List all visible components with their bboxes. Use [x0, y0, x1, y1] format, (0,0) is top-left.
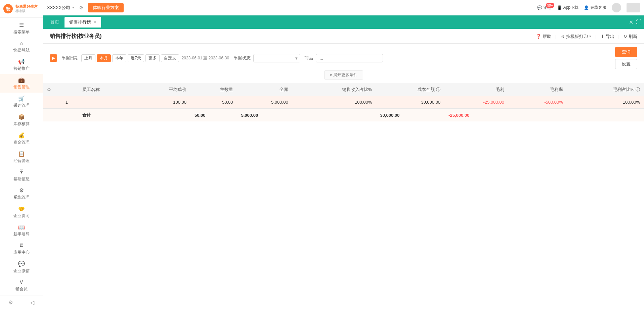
sidebar-icon-4: 🛒 [18, 95, 25, 102]
print-label: 按模板打印 [566, 34, 588, 40]
sidebar-collapse-btn[interactable]: ◁ [30, 299, 34, 306]
sidebar-item-5[interactable]: 📦 库存核算 [0, 111, 43, 130]
footer-settings [43, 108, 55, 121]
footer-gross: -25,000.00 [444, 108, 508, 121]
more-date-btn[interactable]: 更多 [145, 54, 160, 62]
refresh-label: 刷新 [629, 34, 637, 40]
svg-text:畅: 畅 [6, 6, 10, 11]
tab-restore-icon[interactable]: ⛶ [636, 19, 641, 25]
tab-sales-rank-label: 销售排行榜 [69, 19, 91, 25]
sidebar-item-1[interactable]: ⌂ 快捷导航 [0, 38, 43, 56]
app-download-action[interactable]: 📱 App下载 [557, 5, 578, 10]
sidebar-label-12: 应用中心 [13, 250, 30, 255]
page-actions: ❓ 帮助 | 🖨 按模板打印 ▾ | ⬇ 导出 | [536, 34, 637, 40]
help-btn[interactable]: ❓ 帮助 [536, 34, 551, 40]
footer-cost: 30,000.00 [376, 108, 444, 121]
sidebar-icon-0: ☰ [19, 22, 24, 28]
col-sales-pct: 销售收入占比% [292, 83, 376, 96]
company-name: XXXXX公司 [47, 5, 70, 11]
sidebar-label-7: 经营管理 [13, 158, 30, 164]
cell-avg_price: 100.00 [134, 96, 190, 109]
date-filter-group: 单据日期 上月 本月 本年 近7天 更多 自定义 2023-06-01 至 20… [61, 54, 229, 62]
sidebar-item-9[interactable]: ⚙ 系统管理 [0, 185, 43, 203]
sidebar-label-5: 库存核算 [13, 121, 30, 127]
cell-settings [43, 96, 55, 109]
footer-sales-pct [292, 108, 376, 121]
sidebar-item-13[interactable]: 💬 企业微信 [0, 258, 43, 276]
this-month-btn[interactable]: 本月 [97, 54, 111, 62]
print-btn[interactable]: 🖨 按模板打印 ▾ [560, 34, 591, 40]
trial-button[interactable]: 体验行业方案 [88, 3, 124, 12]
last-month-btn[interactable]: 上月 [81, 54, 95, 62]
export-btn[interactable]: ⬇ 导出 [601, 34, 614, 40]
table-body: 1100.0050.005,000.00100.00%30,000.00-25,… [43, 96, 644, 109]
sidebar-item-8[interactable]: 🗄 基础信息 [0, 166, 43, 185]
footer-amount: 5,000.00 [237, 108, 292, 121]
sidebar-item-14[interactable]: V 畅会员 [0, 276, 43, 295]
sidebar-label-13: 企业微信 [13, 268, 30, 274]
status-select[interactable] [253, 54, 300, 62]
sidebar-icon-10: 🤝 [18, 206, 25, 212]
refresh-btn[interactable]: ↻ 刷新 [624, 34, 637, 40]
divider-3: | [618, 34, 619, 39]
online-service-action[interactable]: 👤 在线客服 [584, 5, 606, 10]
date-range-display: 2023-06-01 至 2023-06-30 [182, 55, 229, 61]
sidebar-icon-8: 🗄 [19, 169, 24, 175]
top-bar: XXXXX公司 ▾ ⚙ 体验行业方案 💬 消息 99+ 📱 App下载 👤 在线… [43, 0, 644, 15]
sidebar-item-0[interactable]: ☰ 搜索菜单 [0, 19, 43, 38]
sidebar-item-7[interactable]: 📋 经营管理 [0, 148, 43, 166]
tab-close-icon[interactable]: ✕ [93, 20, 96, 24]
sidebar-item-3[interactable]: 💼 销售管理 [0, 74, 43, 93]
page-title-row: 销售排行榜(按业务员) ❓ 帮助 | 🖨 按模板打印 ▾ | ⬇ [50, 33, 637, 43]
sidebar-label-10: 企业协同 [13, 213, 30, 219]
sidebar-icon-2: 📢 [18, 58, 25, 65]
sidebar-nav: ☰ 搜索菜单⌂ 快捷导航📢 营销推广💼 销售管理🛒 采购管理📦 库存核算💰 资金… [0, 18, 43, 296]
tab-close-window-icon[interactable]: ✕ [629, 19, 633, 25]
sidebar-item-10[interactable]: 🤝 企业协同 [0, 203, 43, 221]
sidebar-item-4[interactable]: 🛒 采购管理 [0, 93, 43, 111]
col-gross-pct: 毛利占比% ⓘ [567, 83, 644, 96]
this-year-btn[interactable]: 本年 [112, 54, 126, 62]
cell-rank: 1 [55, 96, 78, 109]
filter-toggle-btn[interactable]: ▶ [50, 54, 57, 62]
query-button[interactable]: 查询 [615, 47, 637, 57]
logo-sub: 标准版 [15, 9, 38, 13]
message-icon: 💬 [537, 5, 542, 10]
col-rank [55, 83, 78, 96]
set-button[interactable]: 设置 [615, 59, 637, 69]
data-table: ⚙ 员工名称 平均单价 主数量 全额 销售收入占比% 成本全额 ⓘ 毛利 毛利率… [43, 83, 644, 121]
expand-conditions-btn[interactable]: ▾ 展开更多条件 [324, 70, 363, 80]
footer-qty: 50.00 [190, 108, 237, 121]
expand-row: ▾ 展开更多条件 [50, 69, 637, 80]
avatar[interactable] [612, 3, 621, 12]
sidebar-settings-btn[interactable]: ⚙ [8, 299, 13, 306]
help-label: 帮助 [543, 34, 551, 40]
filter-row-1: ▶ 单据日期 上月 本月 本年 近7天 更多 自定义 2023-06-01 至 … [50, 47, 637, 69]
tab-home-label: 首页 [50, 19, 59, 25]
col-qty: 主数量 [190, 83, 237, 96]
main-content: XXXXX公司 ▾ ⚙ 体验行业方案 💬 消息 99+ 📱 App下载 👤 在线… [43, 0, 644, 309]
tab-home[interactable]: 首页 [46, 17, 64, 28]
cell-cost: 30,000.00 [376, 96, 444, 109]
goods-input[interactable] [316, 54, 383, 62]
cell-qty: 50.00 [190, 96, 237, 109]
custom-date-btn[interactable]: 自定义 [161, 54, 179, 62]
goods-filter-group: 商品 [304, 54, 383, 62]
tab-sales-rank[interactable]: 销售排行榜 ✕ [65, 17, 101, 28]
cell-name [78, 96, 134, 109]
last-7-days-btn[interactable]: 近7天 [128, 54, 144, 62]
sidebar-item-11[interactable]: 📖 新手引导 [0, 221, 43, 240]
sidebar-item-2[interactable]: 📢 营销推广 [0, 56, 43, 74]
message-action[interactable]: 💬 消息 99+ [537, 5, 552, 10]
sidebar-label-4: 采购管理 [13, 103, 30, 108]
logo: 畅 畅康通好生意 标准版 [0, 0, 43, 18]
sidebar-icon-14: V [19, 279, 23, 285]
sidebar-item-12[interactable]: 🖥 应用中心 [0, 240, 43, 258]
sidebar-icon-13: 💬 [18, 261, 25, 267]
sidebar-icon-3: 💼 [18, 77, 25, 83]
sidebar-item-6[interactable]: 💰 资金管理 [0, 130, 43, 148]
col-gross-rate: 毛利率 [508, 83, 567, 96]
cell-amount: 5,000.00 [237, 96, 292, 109]
company-selector[interactable]: XXXXX公司 ▾ [47, 5, 74, 11]
settings-icon[interactable]: ⚙ [79, 5, 83, 11]
